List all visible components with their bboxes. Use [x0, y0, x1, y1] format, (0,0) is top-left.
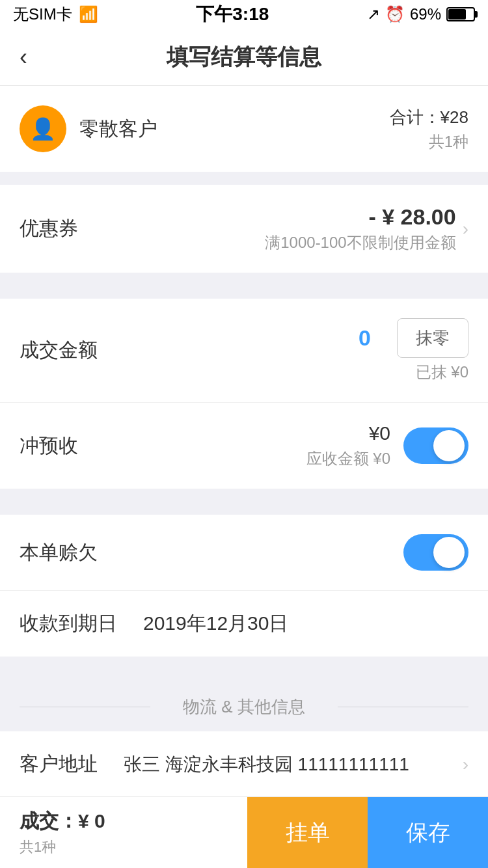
debt-toggle[interactable]	[403, 534, 468, 571]
deal-amount-value: 0	[359, 325, 371, 351]
debt-right	[403, 534, 468, 571]
status-right: ↗ ⏰ 69%	[367, 5, 475, 23]
debt-label: 本单赊欠	[20, 539, 124, 566]
total-count: 共1种	[390, 131, 468, 152]
prepaid-toggle[interactable]	[403, 427, 468, 464]
battery-icon	[446, 7, 475, 21]
debt-row: 本单赊欠	[0, 515, 488, 591]
coupon-label: 优惠券	[20, 215, 78, 242]
save-button[interactable]: 保存	[368, 797, 488, 868]
due-date-label: 收款到期日	[20, 610, 124, 637]
deal-amount-label: 成交金额	[20, 337, 124, 364]
logistics-line-right	[338, 707, 468, 707]
signal-text: 无SIM卡	[13, 4, 72, 25]
address-section[interactable]: 客户地址 张三 海淀永丰科技园 11111111111 ›	[0, 731, 488, 797]
bottom-deal-row: 成交：¥ 0	[20, 808, 228, 835]
address-value: 张三 海淀永丰科技园 11111111111	[98, 752, 456, 777]
prepaid-row: 冲预收 ¥0 应收金额 ¥0	[0, 403, 488, 489]
prepaid-sub: 应收金额 ¥0	[306, 448, 390, 469]
coupon-desc: 满1000-100不限制使用金额	[265, 232, 455, 253]
hang-order-button[interactable]: 挂单	[247, 797, 368, 868]
debt-section: 本单赊欠 收款到期日 2019年12月30日	[0, 515, 488, 657]
customer-left: 👤 零散客户	[20, 105, 157, 152]
nav-title: 填写结算等信息	[167, 42, 321, 72]
prepaid-label: 冲预收	[20, 433, 124, 459]
customer-name: 零散客户	[79, 116, 157, 142]
prepaid-right: ¥0 应收金额 ¥0	[306, 422, 468, 469]
customer-right: 合计：¥28 共1种	[390, 106, 468, 152]
due-date-value: 2019年12月30日	[143, 610, 288, 637]
coupon-row[interactable]: 优惠券 - ¥ 28.00 满1000-100不限制使用金额 ›	[0, 185, 488, 273]
nav-bar: ‹ 填写结算等信息	[0, 29, 488, 86]
bottom-deal-label: 成交：	[20, 810, 78, 832]
bottom-deal-value: ¥ 0	[78, 810, 105, 832]
deal-amount-sub: 已抹 ¥0	[359, 362, 468, 383]
wifi-icon: 📶	[79, 5, 98, 23]
avatar-icon: 👤	[30, 116, 56, 141]
coupon-section[interactable]: 优惠券 - ¥ 28.00 满1000-100不限制使用金额 ›	[0, 185, 488, 273]
total-amount: 合计：¥28	[390, 106, 468, 129]
status-left: 无SIM卡 📶	[13, 4, 98, 25]
round-zero-button[interactable]: 抹零	[397, 318, 468, 358]
back-button[interactable]: ‹	[20, 37, 34, 77]
customer-section: 👤 零散客户 合计：¥28 共1种	[0, 86, 488, 172]
deal-amount-right: 0 抹零 已抹 ¥0	[359, 318, 468, 383]
address-chevron-icon: ›	[463, 754, 468, 775]
deal-amount-section: 成交金额 0 抹零 已抹 ¥0 冲预收 ¥0 应收金额 ¥0	[0, 299, 488, 489]
due-date-row: 收款到期日 2019年12月30日	[0, 591, 488, 657]
divider-1	[0, 286, 488, 299]
toggle-knob	[433, 430, 465, 461]
logistics-line-left	[20, 707, 150, 707]
debt-toggle-knob	[433, 537, 465, 568]
chevron-right-icon: ›	[463, 219, 468, 239]
status-time: 下午3:18	[196, 2, 269, 27]
bottom-bar: 成交：¥ 0 共1种 挂单 保存	[0, 796, 488, 868]
deal-amount-row: 成交金额 0 抹零 已抹 ¥0	[0, 299, 488, 403]
customer-avatar: 👤	[20, 105, 66, 152]
address-label: 客户地址	[20, 751, 98, 778]
logistics-header: 物流 & 其他信息	[0, 683, 488, 731]
bottom-info: 成交：¥ 0 共1种	[0, 797, 247, 868]
coupon-amount: - ¥ 28.00	[265, 204, 455, 230]
alarm-icon: ⏰	[385, 5, 405, 23]
address-row[interactable]: 客户地址 张三 海淀永丰科技园 11111111111 ›	[0, 731, 488, 797]
bottom-count: 共1种	[20, 837, 228, 857]
divider-3	[0, 670, 488, 683]
status-bar: 无SIM卡 📶 下午3:18 ↗ ⏰ 69%	[0, 0, 488, 29]
logistics-label: 物流 & 其他信息	[183, 696, 305, 718]
coupon-right: - ¥ 28.00 满1000-100不限制使用金额 ›	[265, 204, 468, 253]
battery-text: 69%	[410, 5, 441, 23]
prepaid-value: ¥0	[306, 422, 390, 444]
location-icon: ↗	[367, 5, 380, 23]
divider-2	[0, 502, 488, 515]
